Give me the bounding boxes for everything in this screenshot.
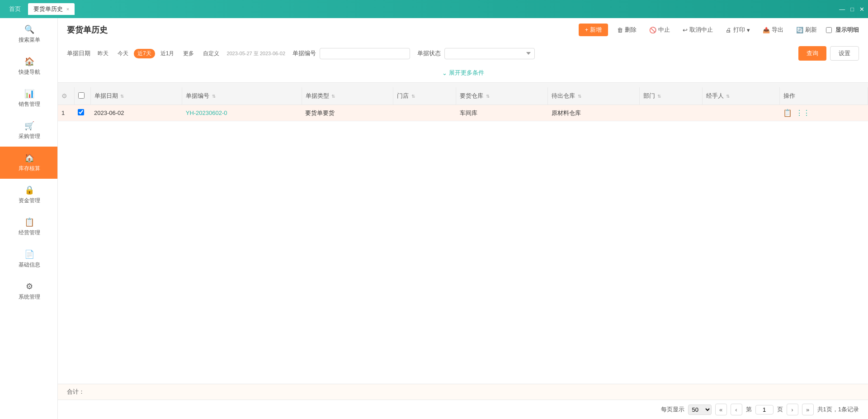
sidebar: 🔍 搜索菜单 🏠 快捷导航 📊 销售管理 🛒 采购管理 🏠 库存核算 🔒 资金管… [0, 18, 58, 419]
row-checkbox[interactable] [78, 109, 84, 115]
sidebar-item-inventory[interactable]: 🏠 库存核算 [0, 147, 57, 179]
th-gear: ⚙ [58, 87, 74, 105]
date-btn-more[interactable]: 更多 [179, 49, 198, 58]
sort-department-icon[interactable]: ⇅ [657, 94, 661, 99]
maximize-btn[interactable]: □ [850, 6, 854, 13]
doc-no-label: 单据编号 [292, 49, 316, 57]
expand-more-btn[interactable]: ⌄ 展开更多条件 [442, 67, 484, 79]
close-btn[interactable]: ✕ [859, 6, 864, 13]
export-icon: 📤 [763, 27, 770, 33]
sidebar-label-purchase: 采购管理 [19, 133, 40, 140]
row-doc-type: 要货单要货 [302, 105, 393, 121]
sort-doc-type-icon[interactable]: ⇅ [331, 94, 335, 99]
page-number-input[interactable] [755, 405, 774, 414]
content-area: 要货单历史 + 新增 🗑 删除 🚫 中止 ↩ 取消中止 [58, 18, 868, 419]
prev-page-btn[interactable]: ‹ [731, 404, 742, 415]
sidebar-item-purchase[interactable]: 🛒 采购管理 [0, 114, 57, 147]
sort-store-icon[interactable]: ⇅ [411, 94, 415, 99]
first-page-btn[interactable]: « [715, 404, 727, 415]
page-title: 要货单历史 [67, 24, 108, 35]
display-detail-toggle[interactable]: 显示明细 [826, 26, 859, 34]
cancel-stop-button[interactable]: ↩ 取消中止 [679, 24, 717, 36]
th-store: 门店 ⇅ [393, 87, 456, 105]
page-title-row: 要货单历史 + 新增 🗑 删除 🚫 中止 ↩ 取消中止 [67, 24, 859, 36]
sidebar-item-system[interactable]: ⚙ 系统管理 [0, 275, 57, 307]
sidebar-label-finance: 资金管理 [19, 197, 40, 205]
expand-icon: ⌄ [442, 70, 447, 76]
sort-handler-icon[interactable]: ⇅ [726, 94, 730, 99]
page-size-select[interactable]: 10 20 50 100 [688, 405, 712, 415]
row-view-icon[interactable]: 📋 [783, 109, 792, 117]
th-doc-no: 单据编号 ⇅ [182, 87, 302, 105]
row-doc-date: 2023-06-02 [90, 105, 182, 121]
tab-active[interactable]: 要货单历史 × [28, 3, 75, 15]
operations-icon: 📋 [24, 217, 34, 227]
sort-req-warehouse-icon[interactable]: ⇅ [486, 94, 490, 99]
sidebar-item-basic-info[interactable]: 📄 基础信息 [0, 243, 57, 275]
print-button[interactable]: 🖨 打印 ▾ [722, 24, 754, 36]
query-button[interactable]: 查询 [798, 46, 826, 61]
tab-home[interactable]: 首页 [4, 3, 26, 15]
tab-close-icon[interactable]: × [66, 6, 69, 12]
summary-label: 合计： [67, 388, 85, 395]
date-range-text: 2023-05-27 至 2023-06-02 [226, 50, 285, 57]
doc-no-input[interactable] [320, 48, 410, 59]
expand-more-row: ⌄ 展开更多条件 [67, 65, 859, 82]
settings-button[interactable]: 设置 [830, 46, 859, 61]
last-page-btn[interactable]: » [802, 404, 814, 415]
sort-pending-warehouse-icon[interactable]: ⇅ [578, 94, 581, 99]
status-select[interactable] [444, 48, 535, 59]
delete-button[interactable]: 🗑 删除 [613, 24, 640, 36]
sidebar-label-quick-nav: 快捷导航 [19, 68, 40, 76]
sidebar-item-quick-nav[interactable]: 🏠 快捷导航 [0, 50, 57, 82]
refresh-button[interactable]: 🔄 刷新 [793, 24, 821, 36]
th-doc-type: 单据类型 ⇅ [302, 87, 393, 105]
row-handler [702, 105, 779, 121]
doc-no-filter-group: 单据编号 [292, 48, 410, 59]
date-btn-1month[interactable]: 近1月 [157, 49, 178, 58]
purchase-icon: 🛒 [24, 121, 34, 131]
delete-icon: 🗑 [617, 27, 623, 33]
cancel-stop-icon: ↩ [683, 27, 688, 33]
th-actions: 操作 [779, 87, 868, 105]
system-icon: ⚙ [26, 281, 33, 291]
date-btn-7days[interactable]: 近7天 [134, 49, 155, 58]
sidebar-item-sales[interactable]: 📊 销售管理 [0, 82, 57, 114]
window-controls: — □ ✕ [839, 6, 864, 13]
sidebar-label-inventory: 库存核算 [19, 165, 40, 172]
stop-button[interactable]: 🚫 中止 [646, 24, 674, 36]
new-button[interactable]: + 新增 [579, 24, 608, 36]
gear-icon[interactable]: ⚙ [61, 92, 67, 100]
page-unit: 页 [777, 405, 783, 414]
export-button[interactable]: 📤 导出 [759, 24, 787, 36]
sidebar-item-finance[interactable]: 🔒 资金管理 [0, 179, 57, 211]
date-btn-custom[interactable]: 自定义 [199, 49, 223, 58]
action-buttons: 查询 设置 [798, 46, 859, 61]
page-header: 要货单历史 + 新增 🗑 删除 🚫 中止 ↩ 取消中止 [58, 18, 868, 83]
sort-doc-no-icon[interactable]: ⇅ [212, 94, 216, 99]
sidebar-item-operations[interactable]: 📋 经营管理 [0, 211, 57, 243]
row-doc-no: YH-20230602-0 [182, 105, 302, 121]
top-bar: 首页 要货单历史 × — □ ✕ [0, 0, 868, 18]
select-all-checkbox[interactable] [78, 92, 85, 99]
date-filter-group: 单据日期 昨天 今天 近7天 近1月 更多 自定义 2023-05-27 至 2… [67, 49, 285, 58]
date-btn-yesterday[interactable]: 昨天 [94, 49, 112, 58]
doc-no-link[interactable]: YH-20230602-0 [186, 110, 227, 116]
minimize-btn[interactable]: — [839, 6, 845, 13]
status-filter-group: 单据状态 [417, 48, 535, 59]
date-filter-label: 单据日期 [67, 49, 90, 57]
sales-icon: 📊 [24, 89, 34, 99]
next-page-btn[interactable]: › [787, 404, 798, 415]
date-btn-today[interactable]: 今天 [114, 49, 132, 58]
sidebar-label-basic-info: 基础信息 [19, 261, 40, 269]
sidebar-item-search-menu[interactable]: 🔍 搜索菜单 [0, 18, 57, 50]
page-label: 第 [746, 405, 752, 414]
row-edit-icon[interactable]: ⋮⋮ [796, 109, 810, 117]
table-empty-space [58, 121, 868, 384]
display-detail-checkbox[interactable] [826, 27, 832, 33]
row-pending-warehouse: 原材料仓库 [548, 105, 640, 121]
page-size-label: 每页显示 [661, 405, 684, 414]
sidebar-label-sales: 销售管理 [19, 100, 40, 108]
sort-doc-date-icon[interactable]: ⇅ [120, 94, 124, 99]
sidebar-label-operations: 经营管理 [19, 229, 40, 237]
